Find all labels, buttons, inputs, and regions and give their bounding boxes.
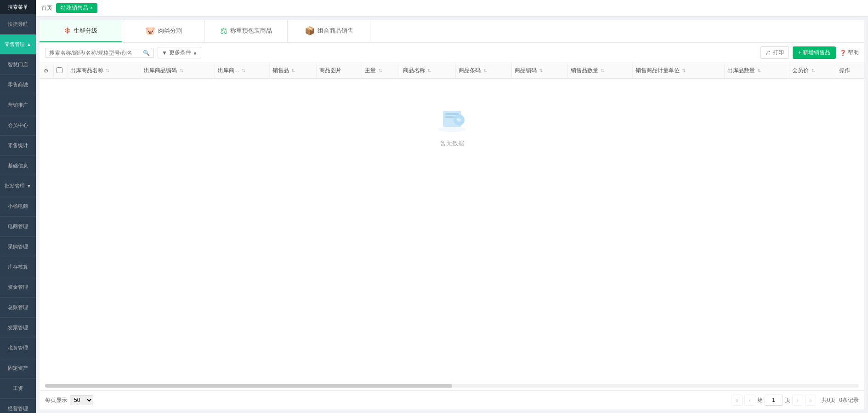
column-out-product-code[interactable]: 出库商品编码 ⇅ <box>141 63 215 79</box>
data-table: ⚙ 出库商品名称 ⇅ 出库商品编码 ⇅ 出库商. <box>40 63 864 79</box>
page-label: 第 <box>757 396 763 404</box>
sidebar-item-invoice-mgmt[interactable]: 发票管理 <box>0 318 36 338</box>
sort-icon: ⇅ <box>379 68 382 73</box>
sidebar-item-wages[interactable]: 工资 <box>0 379 36 399</box>
horizontal-scrollbar[interactable] <box>40 381 864 390</box>
sort-icon: ⇅ <box>601 68 604 73</box>
search-box[interactable]: 🔍 <box>45 48 154 58</box>
empty-icon <box>434 106 471 134</box>
sidebar-item-mini-ecom[interactable]: 小畅电商 <box>0 196 36 217</box>
column-product-barcode[interactable]: 商品条码 ⇅ <box>456 63 512 79</box>
per-page-label: 每页显示 <box>45 396 67 404</box>
select-all-checkbox[interactable] <box>57 67 62 73</box>
sidebar-item-member-center[interactable]: 会员中心 <box>0 115 36 136</box>
pagination-left: 每页显示 10 20 50 100 <box>45 395 93 405</box>
weigh-pack-icon: ⚖ <box>220 26 227 36</box>
close-tab-icon[interactable]: × <box>90 6 93 11</box>
tab-combo-sale[interactable]: 📦 组合商品销售 <box>288 20 370 42</box>
svg-rect-3 <box>445 116 454 118</box>
column-out-qty[interactable]: 出库品数量 ⇅ <box>725 63 789 79</box>
column-sale-product[interactable]: 销售品 ⇅ <box>269 63 316 79</box>
sidebar-item-retail-mall[interactable]: 零售商城 <box>0 75 36 95</box>
column-checkbox[interactable] <box>53 63 67 79</box>
help-button[interactable]: ❓ 帮助 <box>840 49 859 57</box>
add-button[interactable]: + 新增销售品 <box>793 46 836 59</box>
next-page-button[interactable]: › <box>792 395 803 406</box>
toolbar-right: 🖨 打印 + 新增销售品 ❓ 帮助 <box>760 46 859 59</box>
column-product-code[interactable]: 商品编码 ⇅ <box>512 63 568 79</box>
column-main-unit[interactable]: 主量 ⇅ <box>362 63 400 79</box>
page-input[interactable] <box>765 395 783 406</box>
last-page-button[interactable]: » <box>805 395 816 406</box>
total-pages: 共0页 <box>822 396 836 404</box>
sidebar-item-wholesale-mgmt[interactable]: 批发管理 ▼ <box>0 176 36 196</box>
empty-state: 暂无数据 <box>40 79 864 175</box>
tab-combo-sale-label: 组合商品销售 <box>318 27 353 35</box>
chevron-down-icon: ∨ <box>193 50 197 56</box>
column-out-product-name[interactable]: 出库商品名称 ⇅ <box>67 63 141 79</box>
sidebar-item-basic-info[interactable]: 基础信息 <box>0 156 36 176</box>
first-page-button[interactable]: « <box>732 395 743 406</box>
column-product-name[interactable]: 商品名称 ⇅ <box>400 63 456 79</box>
sidebar-item-quick-nav[interactable]: 快捷导航 <box>0 14 36 34</box>
logo-text: 搜索菜单 <box>8 4 28 11</box>
pagination: 每页显示 10 20 50 100 « ‹ 第 页 › » 共0页 0条记录 <box>40 390 864 409</box>
breadcrumb-bar: 首页 特殊销售品 × <box>36 0 868 17</box>
search-input[interactable] <box>49 50 141 56</box>
toolbar: 🔍 ▼ 更多条件 ∨ 🖨 打印 + 新增销售品 ❓ 帮助 <box>40 43 864 63</box>
sidebar-logo[interactable]: 搜索菜单 <box>0 0 36 14</box>
sidebar-item-finance[interactable]: 资金管理 <box>0 277 36 298</box>
sidebar-item-marketing[interactable]: 营销推广 <box>0 95 36 115</box>
tab-fresh-grade[interactable]: ❄ 生鲜分级 <box>40 20 122 42</box>
page-suffix: 页 <box>785 396 790 404</box>
scrollbar-track <box>45 384 859 388</box>
tab-weigh-pack-label: 称重预包装商品 <box>230 27 272 35</box>
sort-icon: ⇅ <box>682 68 686 73</box>
tab-fresh-grade-label: 生鲜分级 <box>74 27 97 35</box>
sort-icon: ⇅ <box>427 68 431 73</box>
sidebar-item-inventory[interactable]: 库存核算 <box>0 257 36 277</box>
tab-meat-cut-label: 肉类分割 <box>158 27 182 35</box>
scrollbar-thumb[interactable] <box>45 384 452 388</box>
column-sale-unit[interactable]: 销售商品计量单位 ⇅ <box>632 63 724 79</box>
chevron-down-icon: ▲ <box>27 42 31 47</box>
sidebar-item-retail-mgmt[interactable]: 零售管理 ▲ <box>0 34 36 55</box>
sort-icon: ⇅ <box>291 68 295 73</box>
sidebar-item-general-ledger[interactable]: 总账管理 <box>0 298 36 318</box>
per-page-select[interactable]: 10 20 50 100 <box>70 395 93 405</box>
sidebar-item-business-mgmt[interactable]: 经营管理 <box>0 399 36 413</box>
sort-icon: ⇅ <box>539 68 543 73</box>
content-panel: ❄ 生鲜分级 🐷 肉类分割 ⚖ 称重预包装商品 📦 组合商品销售 🔍 <box>40 20 864 409</box>
fresh-grade-icon: ❄ <box>64 26 71 36</box>
filter-icon: ▼ <box>162 50 167 56</box>
column-member-price[interactable]: 会员价 ⇅ <box>789 63 836 79</box>
sidebar-item-tax-mgmt[interactable]: 税务管理 <box>0 338 36 358</box>
empty-text: 暂无数据 <box>440 139 464 148</box>
toolbar-left: 🔍 ▼ 更多条件 ∨ <box>45 47 201 58</box>
sidebar-item-smart-store[interactable]: 智慧门店 <box>0 55 36 75</box>
column-product-image[interactable]: 商品图片 <box>316 63 362 79</box>
meat-cut-icon: 🐷 <box>145 26 155 36</box>
sort-icon: ⇅ <box>483 68 487 73</box>
sidebar-item-retail-stats[interactable]: 零售统计 <box>0 136 36 156</box>
print-button[interactable]: 🖨 打印 <box>760 46 789 59</box>
column-sale-qty[interactable]: 销售品数量 ⇅ <box>567 63 632 79</box>
sidebar-item-ecom-mgmt[interactable]: 电商管理 <box>0 217 36 237</box>
tab-meat-cut[interactable]: 🐷 肉类分割 <box>122 20 205 42</box>
column-gear[interactable]: ⚙ <box>40 63 53 79</box>
tab-weigh-pack[interactable]: ⚖ 称重预包装商品 <box>205 20 288 42</box>
sidebar-item-purchase-mgmt[interactable]: 采购管理 <box>0 237 36 257</box>
sidebar-item-fixed-assets[interactable]: 固定资产 <box>0 358 36 379</box>
filter-button[interactable]: ▼ 更多条件 ∨ <box>158 47 201 58</box>
active-tab-tag[interactable]: 特殊销售品 × <box>56 3 97 13</box>
table-header-row: ⚙ 出库商品名称 ⇅ 出库商品编码 ⇅ 出库商. <box>40 63 864 79</box>
svg-point-5 <box>457 118 459 120</box>
search-icon: 🔍 <box>143 50 150 56</box>
home-link[interactable]: 首页 <box>41 4 52 12</box>
prev-page-button[interactable]: ‹ <box>744 395 755 406</box>
pagination-right: « ‹ 第 页 › » 共0页 0条记录 <box>732 395 859 406</box>
table-wrapper: ⚙ 出库商品名称 ⇅ 出库商品编码 ⇅ 出库商. <box>40 63 864 381</box>
column-out-product-spec[interactable]: 出库商... ⇅ <box>215 63 269 79</box>
chevron-down-icon: ▼ <box>27 184 31 189</box>
column-action: 操作 <box>836 63 864 79</box>
